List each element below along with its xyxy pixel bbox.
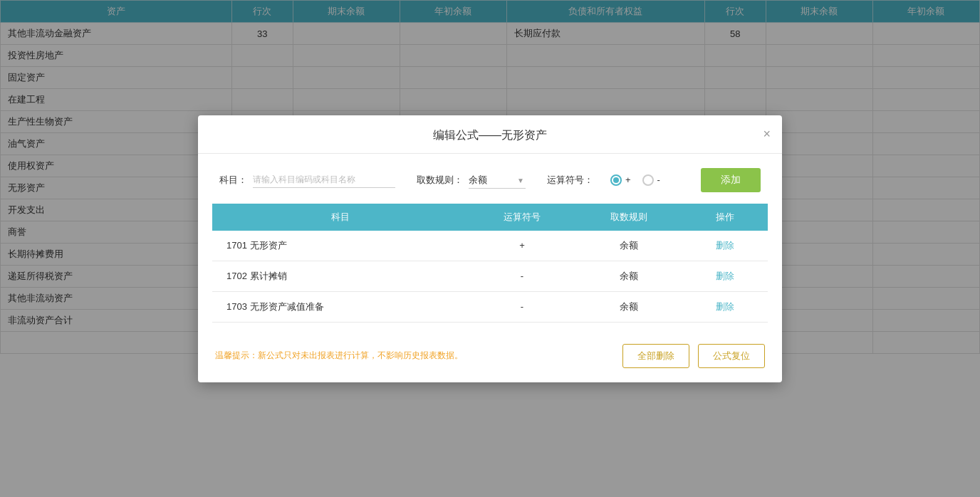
operator-minus-radio[interactable]: - <box>642 174 660 186</box>
operator-plus-radio[interactable]: + <box>610 174 631 186</box>
row-1-rule: 余额 <box>575 231 682 261</box>
add-button[interactable]: 添加 <box>701 168 761 192</box>
row-1-action: 删除 <box>682 231 768 261</box>
row-1-operator: + <box>469 231 575 261</box>
form-row: 科目： 取数规则： 余额 借方 贷方 借方发生额 贷方发生额 ▼ 运算符号： + <box>198 154 782 204</box>
rule-select[interactable]: 余额 借方 贷方 借方发生额 贷方发生额 <box>469 172 526 189</box>
operator-group: 运算符号： + - <box>547 174 660 187</box>
modal-overlay: 编辑公式——无形资产 × 科目： 取数规则： 余额 借方 贷方 借方发生额 贷方… <box>0 0 980 497</box>
th-action: 操作 <box>682 204 768 231</box>
th-subject: 科目 <box>212 204 469 231</box>
row-2-rule: 余额 <box>575 261 682 291</box>
row-2-operator: - <box>469 261 575 291</box>
row-3-action: 删除 <box>682 291 768 322</box>
row-2-subject: 1702 累计摊销 <box>212 261 469 291</box>
table-header-row: 科目 运算符号 取数规则 操作 <box>212 204 768 231</box>
th-operator: 运算符号 <box>469 204 575 231</box>
row-3-delete-link[interactable]: 删除 <box>716 301 734 312</box>
row-1-delete-link[interactable]: 删除 <box>716 240 734 251</box>
radio-minus-circle <box>642 174 654 186</box>
table-row: 1701 无形资产 + 余额 删除 <box>212 231 768 261</box>
row-3-subject: 1703 无形资产减值准备 <box>212 291 469 322</box>
table-row: 1702 累计摊销 - 余额 删除 <box>212 261 768 291</box>
reset-formula-button[interactable]: 公式复位 <box>698 344 765 368</box>
footer-tip: 温馨提示：新公式只对未出报表进行计算，不影响历史报表数据。 <box>215 350 463 362</box>
rule-label: 取数规则： <box>417 174 463 187</box>
subject-label: 科目： <box>219 174 247 187</box>
subject-input[interactable] <box>253 172 395 188</box>
footer-buttons: 全部删除 公式复位 <box>622 344 765 368</box>
row-3-operator: - <box>469 291 575 322</box>
modal-title: 编辑公式——无形资产 <box>433 128 547 143</box>
operator-minus-label: - <box>657 174 660 185</box>
table-row: 1703 无形资产减值准备 - 余额 删除 <box>212 291 768 322</box>
row-2-delete-link[interactable]: 删除 <box>716 271 734 281</box>
modal-header: 编辑公式——无形资产 × <box>198 115 782 154</box>
row-2-action: 删除 <box>682 261 768 291</box>
modal-footer: 温馨提示：新公式只对未出报表进行计算，不影响历史报表数据。 全部删除 公式复位 <box>198 334 782 382</box>
modal-table-wrapper: 科目 运算符号 取数规则 操作 1701 无形资产 + 余额 删除 <box>198 204 782 323</box>
operator-label: 运算符号： <box>547 174 593 187</box>
row-1-subject: 1701 无形资产 <box>212 231 469 261</box>
delete-all-button[interactable]: 全部删除 <box>622 344 689 368</box>
modal-dialog: 编辑公式——无形资产 × 科目： 取数规则： 余额 借方 贷方 借方发生额 贷方… <box>198 115 782 382</box>
row-3-rule: 余额 <box>575 291 682 322</box>
operator-plus-label: + <box>625 174 631 185</box>
rule-select-wrapper: 余额 借方 贷方 借方发生额 贷方发生额 ▼ <box>469 172 526 189</box>
modal-close-button[interactable]: × <box>763 127 771 140</box>
th-rule: 取数规则 <box>575 204 682 231</box>
radio-plus-circle <box>610 174 622 186</box>
modal-table: 科目 运算符号 取数规则 操作 1701 无形资产 + 余额 删除 <box>212 204 768 323</box>
